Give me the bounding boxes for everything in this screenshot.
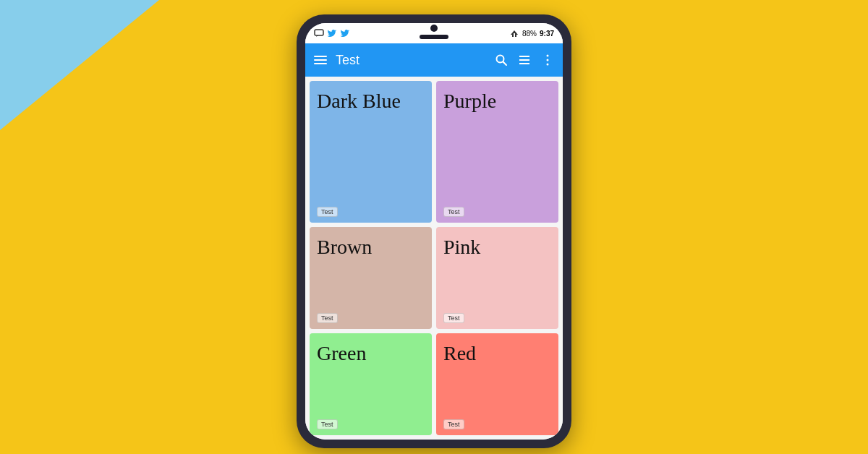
- card-brown-badge: Test: [317, 313, 338, 323]
- card-green[interactable]: Green Test: [310, 333, 432, 435]
- grid-icon[interactable]: [518, 53, 531, 67]
- svg-point-7: [547, 55, 549, 57]
- app-title: Test: [336, 53, 359, 68]
- color-grid: Dark Blue Test Purple Test Brown Test Pi…: [305, 77, 563, 440]
- card-purple-badge: Test: [443, 207, 464, 217]
- camera-dot: [430, 25, 438, 32]
- card-pink-badge: Test: [443, 313, 464, 323]
- card-brown-title: Brown: [317, 236, 425, 259]
- card-dark-blue[interactable]: Dark Blue Test: [310, 81, 432, 223]
- phone-device: 88% 9:37 Test: [297, 14, 571, 448]
- speaker-slot: [420, 35, 448, 39]
- background-triangle: [0, 0, 159, 130]
- svg-rect-5: [519, 59, 529, 61]
- svg-rect-0: [315, 30, 323, 35]
- twitter-icon-1: [327, 29, 337, 38]
- battery-text: 88%: [522, 30, 537, 38]
- search-icon[interactable]: [495, 53, 508, 67]
- card-brown[interactable]: Brown Test: [310, 227, 432, 329]
- svg-point-8: [547, 59, 549, 61]
- card-purple[interactable]: Purple Test: [436, 81, 558, 223]
- status-right-icons: 88% 9:37: [509, 29, 554, 38]
- phone-top-sensors: [420, 25, 448, 39]
- card-purple-title: Purple: [443, 90, 551, 113]
- card-green-title: Green: [317, 342, 425, 365]
- chat-icon: [314, 29, 324, 38]
- more-icon[interactable]: [541, 53, 554, 67]
- svg-line-3: [503, 62, 507, 66]
- card-red-title: Red: [443, 342, 551, 365]
- twitter-icon-2: [340, 29, 350, 38]
- app-bar-left: Test: [314, 53, 359, 68]
- svg-rect-6: [519, 63, 529, 64]
- card-dark-blue-badge: Test: [317, 207, 338, 217]
- card-dark-blue-title: Dark Blue: [317, 90, 425, 113]
- card-pink-title: Pink: [443, 236, 551, 259]
- phone-screen: 88% 9:37 Test: [305, 23, 563, 440]
- status-left-icons: [314, 29, 350, 38]
- svg-marker-1: [511, 30, 518, 37]
- time-text: 9:37: [540, 30, 554, 38]
- card-green-badge: Test: [317, 419, 338, 429]
- signal-icon: [509, 29, 519, 38]
- menu-icon[interactable]: [314, 56, 327, 64]
- svg-rect-4: [519, 56, 529, 57]
- card-red-badge: Test: [443, 419, 464, 429]
- card-pink[interactable]: Pink Test: [436, 227, 558, 329]
- svg-point-9: [547, 64, 549, 66]
- card-red[interactable]: Red Test: [436, 333, 558, 435]
- app-bar: Test: [305, 43, 563, 77]
- phone-body: 88% 9:37 Test: [297, 14, 571, 448]
- app-bar-right: [495, 53, 554, 67]
